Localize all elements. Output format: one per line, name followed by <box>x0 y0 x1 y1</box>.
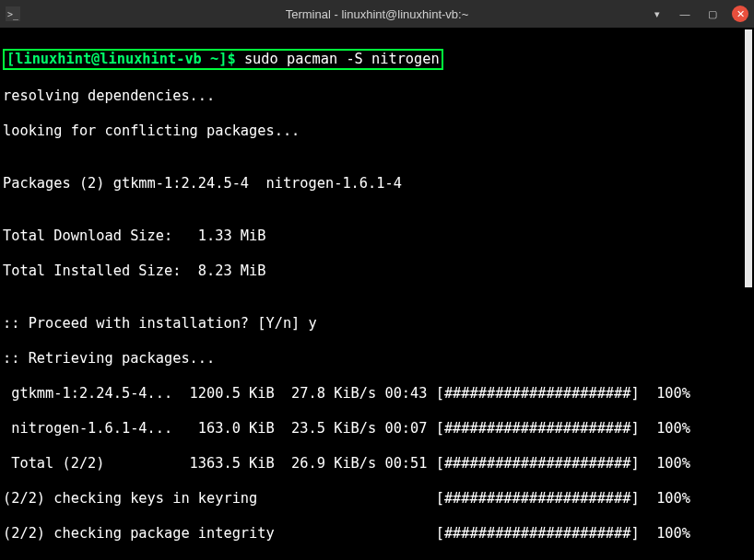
output-line: Total Installed Size: 8.23 MiB <box>3 262 751 280</box>
titlebar: >_ Terminal - linuxhint@linuxhint-vb:~ ▾… <box>0 0 754 28</box>
window-controls: ▾ — ▢ ✕ <box>649 6 748 22</box>
output-line: (2/2) checking keys in keyring [########… <box>3 490 751 508</box>
maximize-button[interactable]: ▢ <box>704 6 721 22</box>
window-title: Terminal - linuxhint@linuxhint-vb:~ <box>0 7 754 21</box>
output-line: looking for conflicting packages... <box>3 122 751 140</box>
scrollbar-thumb[interactable] <box>745 29 752 287</box>
output-line: resolving dependencies... <box>3 88 751 105</box>
output-line: Total Download Size: 1.33 MiB <box>3 228 751 245</box>
output-line: Packages (2) gtkmm-1:2.24.5-4 nitrogen-1… <box>3 175 751 192</box>
output-line: (2/2) checking package integrity [######… <box>3 525 751 542</box>
terminal-window: >_ Terminal - linuxhint@linuxhint-vb:~ ▾… <box>0 0 754 560</box>
menu-button[interactable]: ▾ <box>649 6 666 22</box>
prompt-line-1: [linuxhint@linuxhint-vb ~]$ sudo pacman … <box>3 49 751 70</box>
output-line: gtkmm-1:2.24.5-4... 1200.5 KiB 27.8 KiB/… <box>3 385 751 402</box>
command-text: sudo pacman -S nitrogen <box>244 51 440 67</box>
close-button[interactable]: ✕ <box>732 6 748 22</box>
minimize-button[interactable]: — <box>677 6 693 22</box>
output-line: :: Retrieving packages... <box>3 350 751 368</box>
output-line: Total (2/2) 1363.5 KiB 26.9 KiB/s 00:51 … <box>3 455 751 472</box>
output-line: nitrogen-1.6.1-4... 163.0 KiB 23.5 KiB/s… <box>3 420 751 438</box>
terminal-content[interactable]: [linuxhint@linuxhint-vb ~]$ sudo pacman … <box>0 28 754 560</box>
terminal-icon: >_ <box>6 6 20 21</box>
output-line: :: Proceed with installation? [Y/n] y <box>3 315 751 332</box>
